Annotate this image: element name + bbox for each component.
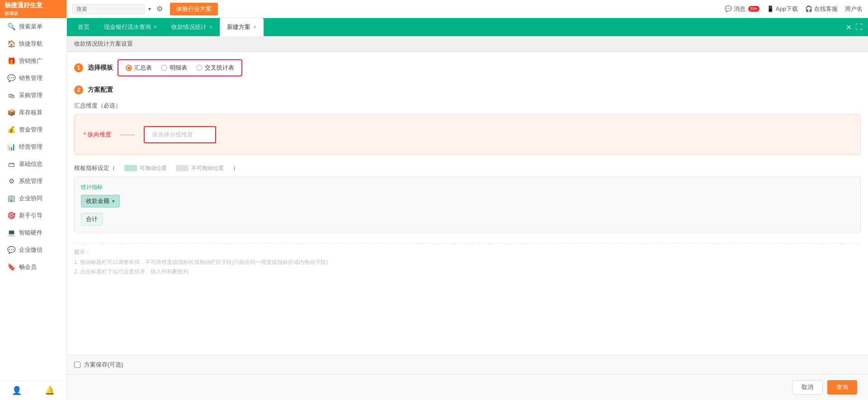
sidebar-icon-enterprise: 🏢 [7,194,15,202]
topbar-dropdown[interactable]: ▾ [148,6,151,12]
sidebar-item-hardware[interactable]: 💻 智能硬件 [0,224,66,241]
tab-close-bank-flow[interactable]: × [154,24,157,30]
sidebar-item-enterprise[interactable]: 🏢 企业协同 [0,190,66,207]
notifications-label: 消息 [734,5,745,13]
sidebar-icon-finance: 💰 [7,126,15,134]
sidebar-item-member[interactable]: 🔖 畅会员 [0,259,66,276]
tab-close-new-plan[interactable]: × [253,24,256,30]
support-item[interactable]: 🎧 在线客服 [805,5,838,13]
tabbar-actions: ✕ ⛶ [846,23,868,32]
sidebar-label-quick-nav: 快捷导航 [19,40,42,48]
sidebar-item-sales[interactable]: 💬 销售管理 [0,70,66,87]
radio-summary[interactable]: 汇总表 [126,64,152,72]
tab-home[interactable]: 首页 [71,18,97,36]
gear-icon[interactable]: ⚙ [156,5,163,13]
user-item[interactable]: 用户名 [845,5,863,13]
sidebar-item-wechat[interactable]: 💬 企业微信 [0,241,66,259]
notifications-item[interactable]: 💬 消息 99+ [725,5,760,13]
tip-item-1: 2. 点击标题栏下拉可设置排序、插入列和删除列 [74,268,861,276]
sidebar-item-guide[interactable]: 🎯 新手引导 [0,207,66,224]
tip-item-0: 1. 拖动标题栏可以调整布局，不可跨维度或指标区域拖动栏目字段(只能在同一维度或… [74,259,861,266]
draggable-hint-label: 可拖动位置 [140,165,167,172]
sidebar-icon-guide: 🎯 [7,212,15,220]
user-name: 用户名 [845,5,863,13]
maximize-icon[interactable]: ⛶ [855,23,863,31]
save-section: 方案保存(可选) [67,355,868,374]
cancel-button[interactable]: 取消 [792,380,823,395]
page-header: 收款情况统计方案设置 [67,36,868,52]
sidebar: 畅捷通好生意 标准版 🔍 搜索菜单 🏠 快捷导航 🎁 营销推广 💬 销售管理 🛍… [0,0,67,400]
sidebar-item-basic-info[interactable]: 🗃 基础信息 [0,155,66,173]
sidebar-item-system[interactable]: ⚙ 系统管理 [0,173,66,190]
search-input[interactable] [72,4,145,14]
radio-circle-summary [126,65,132,71]
tab-new-plan[interactable]: 新建方案× [220,18,264,36]
dimension-config: 汇总维度（必选） 纵向维度 —— 请选择分组维度 [74,102,861,155]
topbar-right: 💬 消息 99+ 📱 App下载 🎧 在线客服 用户名 [725,5,863,13]
sidebar-icon-system: ⚙ [7,177,15,185]
tab-payment-stats[interactable]: 收款情况统计× [164,18,220,36]
draggable-hint: 可拖动位置 [124,165,167,172]
dimension-area: 纵向维度 —— 请选择分组维度 [74,114,861,155]
tips-title: 提示： [74,248,861,256]
message-icon: 💬 [725,5,732,12]
radio-cross[interactable]: 交叉统计表 [196,64,234,72]
notifications-badge: 99+ [748,6,760,12]
sidebar-label-sales: 销售管理 [19,74,42,82]
sidebar-item-quick-nav[interactable]: 🏠 快捷导航 [0,35,66,52]
radio-detail-label: 明细表 [170,64,187,72]
sidebar-label-purchase: 采购管理 [19,91,42,99]
radio-detail[interactable]: 明细表 [161,64,187,72]
sidebar-item-search-menu[interactable]: 🔍 搜索菜单 [0,18,66,35]
download-icon: 📱 [767,5,774,12]
sidebar-bottom: 👤 🔔 [0,381,66,400]
close-all-tabs-icon[interactable]: ✕ [846,23,852,32]
vertical-dimension-label: 纵向维度 [84,131,111,139]
metrics-label-close: ） [233,164,239,172]
download-item[interactable]: 📱 App下载 [767,5,798,13]
metrics-chip-payment[interactable]: 收款金额 ▾ [81,195,120,207]
tab-close-payment-stats[interactable]: × [209,24,212,30]
sidebar-label-wechat: 企业微信 [19,246,42,254]
sidebar-icon-purchase: 🛍 [7,92,15,99]
sidebar-item-finance[interactable]: 💰 资金管理 [0,121,66,138]
tab-bank-flow[interactable]: 现金银行流水查询× [97,18,164,36]
step1-badge: 1 [74,63,83,72]
non-draggable-hint: 不可拖动位置 [176,165,224,172]
sidebar-label-search-menu: 搜索菜单 [19,23,42,31]
save-checkbox[interactable] [74,362,80,368]
step2-badge: 2 [74,85,83,94]
sidebar-item-marketing[interactable]: 🎁 营销推广 [0,52,66,70]
query-button[interactable]: 查询 [827,380,857,395]
sidebar-item-purchase[interactable]: 🛍 采购管理 [0,87,66,104]
sidebar-item-operations[interactable]: 📊 经营管理 [0,138,66,155]
dimension-arrow-icon: —— [120,131,135,139]
sidebar-bottom-icon-2[interactable]: 🔔 [45,386,55,395]
radio-cross-label: 交叉统计表 [205,64,234,72]
footer: 取消 查询 [67,374,868,400]
template-select-box: 汇总表 明细表 交叉统计表 [118,59,242,76]
sidebar-icon-inventory: 📦 [7,108,15,117]
sidebar-label-inventory: 库存核算 [19,108,42,117]
content-area: 收款情况统计方案设置 1 选择模板 汇总表 [67,36,868,374]
draggable-hint-block [124,165,137,171]
trial-btn[interactable]: 体验行业方案 [170,3,218,15]
support-icon: 🎧 [805,5,812,12]
support-label: 在线客服 [814,5,838,13]
sidebar-label-finance: 资金管理 [19,126,42,134]
sidebar-item-inventory[interactable]: 📦 库存核算 [0,104,66,121]
sidebar-bottom-icon-1[interactable]: 👤 [12,386,22,395]
metrics-chip-dropdown-icon: ▾ [112,198,115,204]
sidebar-label-system: 系统管理 [19,177,42,185]
step2-title: 方案配置 [88,86,113,94]
sidebar-icon-operations: 📊 [7,143,15,151]
dimension-input[interactable]: 请选择分组维度 [144,126,216,143]
sidebar-label-basic-info: 基础信息 [19,160,42,168]
radio-circle-cross [196,65,203,71]
tab-label-payment-stats: 收款情况统计 [171,23,207,31]
radio-summary-label: 汇总表 [134,64,152,72]
sidebar-label-hardware: 智能硬件 [19,229,42,237]
step1-section: 1 选择模板 汇总表 明细表 [74,59,861,76]
non-draggable-hint-label: 不可拖动位置 [191,165,224,172]
sidebar-icon-wechat: 💬 [7,246,15,254]
